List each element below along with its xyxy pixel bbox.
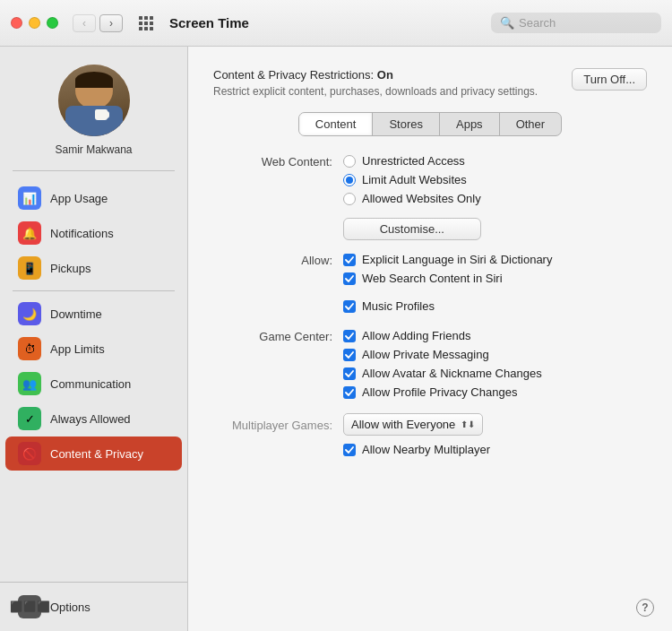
- tab-apps[interactable]: Apps: [440, 113, 500, 135]
- sidebar-item-communication[interactable]: 👥 Communication: [5, 367, 182, 401]
- sidebar-item-label: Notifications: [50, 227, 114, 240]
- customise-button[interactable]: Customise...: [343, 218, 481, 240]
- search-bar: 🔍: [491, 13, 661, 33]
- restriction-title: Content & Privacy Restrictions: On: [213, 68, 538, 82]
- multiplayer-row: Multiplayer Games: Allow with Everyone ⬆…: [213, 413, 647, 436]
- grid-icon[interactable]: [139, 16, 153, 30]
- forward-button[interactable]: ›: [99, 14, 123, 32]
- restriction-status: On: [377, 68, 393, 82]
- radio-allowed-only-input[interactable]: [343, 193, 356, 205]
- search-input[interactable]: [519, 16, 652, 30]
- downtime-icon: 🌙: [18, 302, 41, 325]
- checkbox-nearby-multiplayer[interactable]: [343, 444, 356, 456]
- radio-allowed-only[interactable]: Allowed Websites Only: [343, 192, 481, 205]
- web-content-options: Unrestricted Access Limit Adult Websites…: [343, 154, 481, 240]
- select-arrow-icon: ⬆⬇: [461, 419, 475, 429]
- checkbox-explicit-lang[interactable]: [343, 254, 356, 266]
- tab-other[interactable]: Other: [500, 113, 562, 135]
- checkbox-music-profiles[interactable]: [343, 300, 356, 313]
- sidebar-item-notifications[interactable]: 🔔 Notifications: [5, 216, 182, 250]
- allow-label: Allow:: [213, 253, 343, 267]
- tab-stores[interactable]: Stores: [373, 113, 440, 135]
- gc-profile-privacy[interactable]: Allow Profile Privacy Changes: [343, 385, 542, 399]
- options-label: Options: [50, 601, 90, 614]
- turn-off-button[interactable]: Turn Off...: [572, 68, 647, 91]
- sidebar-item-always-allowed[interactable]: ✓ Always Allowed: [5, 402, 182, 436]
- checkbox-private-messaging[interactable]: [343, 349, 356, 361]
- allow-web-search[interactable]: Web Search Content in Siri: [343, 272, 552, 285]
- back-button[interactable]: ‹: [73, 14, 96, 32]
- checkbox-web-search[interactable]: [343, 272, 356, 285]
- restriction-info: Content & Privacy Restrictions: On Restr…: [213, 68, 538, 98]
- options-icon: ⬛⬛⬛: [18, 595, 41, 618]
- nearby-multiplayer-item[interactable]: Allow Nearby Multiplayer: [343, 443, 490, 456]
- sidebar-item-label: Communication: [50, 377, 131, 391]
- web-content-row: Web Content: Unrestricted Access Limit A…: [213, 154, 647, 240]
- game-center-label: Game Center:: [213, 329, 343, 343]
- user-name: Samir Makwana: [55, 143, 132, 156]
- minimize-button[interactable]: [29, 17, 40, 29]
- sidebar-item-label: Pickups: [50, 262, 91, 275]
- restriction-header: Content & Privacy Restrictions: On Restr…: [213, 68, 647, 98]
- music-profiles-row: Music Profiles: [213, 299, 647, 318]
- radio-limit-adult-input[interactable]: [343, 174, 356, 186]
- tab-content[interactable]: Content: [299, 113, 374, 135]
- allow-items: Explicit Language in Siri & Dictionary W…: [343, 253, 552, 290]
- sidebar-item-options[interactable]: ⬛⬛⬛ Options: [5, 590, 182, 624]
- profile-section: Samir Makwana: [0, 47, 187, 170]
- sidebar-item-pickups[interactable]: 📱 Pickups: [5, 251, 182, 285]
- sidebar-item-app-limits[interactable]: ⏱ App Limits: [5, 332, 182, 366]
- gc-avatar-nickname[interactable]: Allow Avatar & Nickname Changes: [343, 367, 542, 380]
- sidebar-item-label: App Limits: [50, 342, 105, 356]
- communication-icon: 👥: [18, 372, 41, 395]
- checkbox-adding-friends[interactable]: [343, 330, 356, 342]
- radio-unrestricted[interactable]: Unrestricted Access: [343, 154, 481, 168]
- sidebar-divider: [13, 170, 175, 171]
- sidebar-bottom: ⬛⬛⬛ Options: [0, 582, 187, 631]
- sidebar-item-content-privacy[interactable]: 🚫 Content & Privacy: [5, 437, 182, 471]
- search-icon: 🔍: [500, 16, 514, 30]
- window-title: Screen Time: [169, 15, 249, 30]
- game-center-items: Allow Adding Friends Allow Private Messa…: [343, 329, 542, 404]
- music-profiles-spacer: [213, 299, 343, 300]
- main-area: Samir Makwana 📊 App Usage 🔔 Notification…: [0, 47, 672, 631]
- nav-buttons: ‹ ›: [73, 14, 123, 32]
- radio-limit-adult[interactable]: Limit Adult Websites: [343, 173, 481, 186]
- sidebar-item-label: Always Allowed: [50, 412, 131, 426]
- sidebar-item-label: Content & Privacy: [50, 447, 143, 461]
- sidebar-nav: 📊 App Usage 🔔 Notifications 📱 Pickups: [0, 177, 187, 582]
- nearby-multiplayer-row: Allow Nearby Multiplayer: [213, 443, 647, 462]
- always-allowed-icon: ✓: [18, 407, 41, 430]
- game-center-row: Game Center: Allow Adding Friends Allow …: [213, 329, 647, 404]
- allow-row: Allow: Explicit Language in Siri & Dicti…: [213, 253, 647, 290]
- multiplayer-select[interactable]: Allow with Everyone ⬆⬇: [343, 413, 483, 436]
- traffic-lights: [11, 17, 58, 29]
- checkbox-profile-privacy[interactable]: [343, 386, 356, 399]
- sidebar-item-label: App Usage: [50, 192, 108, 205]
- app-limits-icon: ⏱: [18, 337, 41, 360]
- sidebar-item-label: Downtime: [50, 307, 102, 321]
- radio-unrestricted-input[interactable]: [343, 155, 356, 168]
- app-usage-icon: 📊: [18, 186, 41, 210]
- sidebar-item-downtime[interactable]: 🌙 Downtime: [5, 297, 182, 331]
- close-button[interactable]: [11, 17, 22, 29]
- content-privacy-icon: 🚫: [18, 442, 41, 465]
- checkbox-avatar-nickname[interactable]: [343, 367, 356, 380]
- multiplayer-dropdown: Allow with Everyone ⬆⬇: [343, 413, 483, 436]
- help-button[interactable]: ?: [636, 599, 654, 617]
- restriction-desc: Restrict explicit content, purchases, do…: [213, 85, 538, 98]
- gc-adding-friends[interactable]: Allow Adding Friends: [343, 329, 542, 342]
- avatar: [58, 65, 130, 136]
- tab-group: Content Stores Apps Other: [298, 112, 562, 136]
- multiplayer-label: Multiplayer Games:: [213, 418, 343, 432]
- music-profiles-item[interactable]: Music Profiles: [343, 299, 435, 313]
- gc-private-messaging[interactable]: Allow Private Messaging: [343, 348, 542, 361]
- maximize-button[interactable]: [47, 17, 58, 29]
- allow-explicit-lang[interactable]: Explicit Language in Siri & Dictionary: [343, 253, 552, 266]
- sidebar-item-app-usage[interactable]: 📊 App Usage: [5, 181, 182, 215]
- sidebar-section-divider: [13, 290, 175, 291]
- titlebar: ‹ › Screen Time 🔍: [0, 0, 672, 47]
- sidebar: Samir Makwana 📊 App Usage 🔔 Notification…: [0, 47, 188, 631]
- tab-bar: Content Stores Apps Other: [213, 112, 647, 136]
- nearby-spacer: [213, 443, 343, 444]
